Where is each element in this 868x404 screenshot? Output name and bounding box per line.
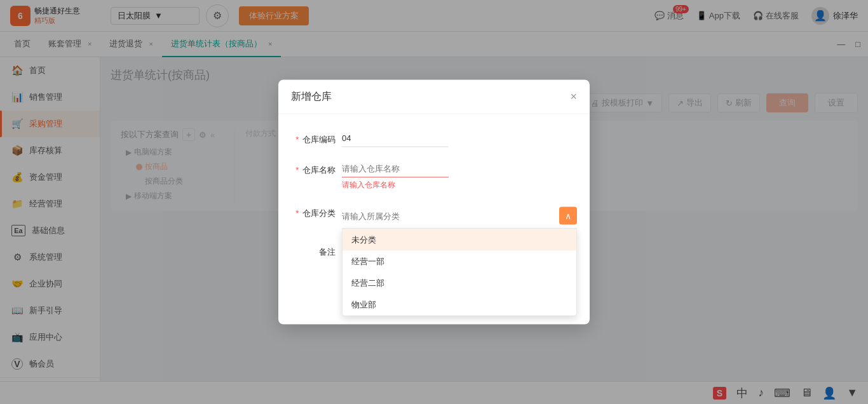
add-warehouse-modal: 新增仓库 × * 仓库编码 * 仓库名称 请输入仓库名称 [278, 80, 590, 325]
warehouse-category-label: * 仓库分类 [291, 203, 342, 219]
modal-close-button[interactable]: × [570, 90, 577, 104]
warehouse-code-input[interactable] [342, 130, 449, 147]
warehouse-code-label: * 仓库编码 [291, 130, 342, 145]
required-star-2: * [295, 165, 299, 175]
warehouse-code-input-wrap [342, 130, 577, 147]
chevron-up-icon: ∧ [565, 211, 571, 221]
modal-body: * 仓库编码 * 仓库名称 请输入仓库名称 * [278, 114, 590, 283]
warehouse-name-error: 请输入仓库名称 [342, 180, 449, 191]
warehouse-code-row: * 仓库编码 [291, 130, 577, 147]
modal-title: 新增仓库 [291, 90, 332, 104]
required-star-3: * [295, 208, 299, 218]
warehouse-note-label: 备注 [291, 242, 342, 258]
warehouse-category-input-wrap: ∧ 未分类 经营一部 经营二部 物业部 [342, 203, 577, 229]
warehouse-name-row: * 仓库名称 请输入仓库名称 [291, 160, 577, 191]
dropdown-item-dept3[interactable]: 物业部 [342, 294, 576, 316]
dropdown-item-dept1[interactable]: 经营一部 [342, 251, 576, 273]
warehouse-category-input-container: ∧ [342, 203, 577, 229]
warehouse-name-inner: * 仓库名称 请输入仓库名称 [291, 160, 449, 191]
warehouse-category-row: * 仓库分类 ∧ 未分类 经营一部 经营二部 物业部 [291, 203, 577, 229]
dropdown-item-dept2[interactable]: 经营二部 [342, 273, 576, 294]
required-star: * [295, 135, 299, 144]
category-dropdown: 未分类 经营一部 经营二部 物业部 [342, 229, 577, 316]
modal-header: 新增仓库 × [278, 80, 590, 114]
warehouse-name-input[interactable] [342, 160, 449, 178]
warehouse-category-input[interactable] [342, 211, 559, 220]
category-toggle-button[interactable]: ∧ [559, 207, 577, 225]
warehouse-name-input-wrap: 请输入仓库名称 [342, 160, 449, 191]
warehouse-name-label: * 仓库名称 [291, 160, 342, 176]
dropdown-item-uncategorized[interactable]: 未分类 [342, 229, 576, 251]
